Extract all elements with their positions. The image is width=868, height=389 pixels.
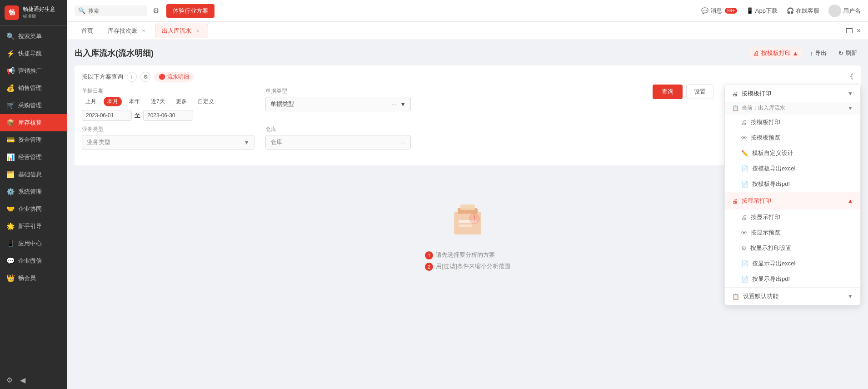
display-export-excel-label: 按显示导出excel [752,259,795,268]
date-from-input[interactable] [82,110,132,121]
tab-home[interactable]: 首页 [75,24,100,38]
close-window-icon[interactable]: × [857,27,861,35]
print-template-button[interactable]: 🖨 按模板打印 ▲ [750,47,802,59]
display-export-pdf-item[interactable]: 📄 按显示导出pdf [725,271,860,287]
sidebar-label-system: 系统管理 [18,188,42,196]
template-section-chevron: ▼ [848,90,853,97]
sidebar-item-search[interactable]: 🔍搜索菜单 [0,28,67,45]
biz-type-select[interactable]: 业务类型 ▼ [82,135,254,150]
sidebar-logo: 畅 畅捷通好生意 标准版 [0,0,67,26]
filter-setting-button[interactable]: ⚙ [140,72,150,82]
set-default-item[interactable]: 📋 设置默认功能 ▼ [725,287,860,305]
date-input-row: 至 [82,110,254,121]
display-export-excel-item[interactable]: 📄 按显示导出excel [725,256,860,271]
settings-button[interactable]: 设置 [686,85,713,99]
svg-text:!: ! [474,214,475,222]
trial-button[interactable]: 体验行业方案 [166,4,215,18]
page-actions: 🖨 按模板打印 ▲ ↑ 导出 ↻ 刷新 [750,47,861,59]
template-export-excel-item[interactable]: 📄 按模板导出excel [725,161,860,176]
date-to-input[interactable] [143,110,193,121]
svg-rect-2 [460,204,475,210]
date-last7[interactable]: 近7天 [147,97,169,106]
logo-sub: 标准版 [23,13,55,20]
sidebar-item-sales[interactable]: 💰销售管理 [0,80,67,97]
template-design-item[interactable]: ✏️ 模板自定义设计 [725,145,860,161]
sidebar-item-inventory[interactable]: 📦库存核算 [0,114,67,131]
sidebar-item-shortcut[interactable]: ⚡快捷导航 [0,45,67,62]
warehouse-placeholder: 仓库 [270,138,282,146]
template-print-header[interactable]: 🖨 按模板打印 ▼ [725,85,860,102]
empty-steps: 1 请先选择要分析的方案 2 用[过滤]条件来缩小分析范围 [425,251,510,274]
template-print-item[interactable]: 🖨 按模板打印 [725,115,860,130]
display-print-item[interactable]: 🖨 按显示打印 [725,209,860,225]
sidebar-icon-purchase: 🛒 [6,101,15,110]
message-icon: 💬 [701,7,708,14]
refresh-button[interactable]: ↻ 刷新 [835,47,861,59]
date-custom[interactable]: 自定义 [194,97,218,106]
search-input[interactable] [88,8,144,14]
tab-inventory-batch[interactable]: 库存批次账 × [101,24,154,38]
template-print-item-label: 按模板打印 [751,118,780,126]
sidebar-item-operation[interactable]: 📊经营管理 [0,149,67,166]
step-1-text: 请先选择要分析的方案 [436,251,495,259]
display-export-pdf-label: 按显示导出pdf [752,275,790,283]
sidebar-icon-basic: 🗂️ [6,170,15,179]
user-avatar[interactable]: 用户名 [828,5,861,17]
sidebar: 畅 畅捷通好生意 标准版 🔍搜索菜单⚡快捷导航📢营销推广💰销售管理🛒采购管理📦库… [0,0,67,389]
sidebar-item-marketing[interactable]: 📢营销推广 [0,62,67,80]
online-service-button[interactable]: 🎧 在线客服 [787,7,819,15]
sidebar-icon-search: 🔍 [6,32,15,40]
tab-inventory-batch-close[interactable]: × [140,27,147,35]
template-export-pdf-item[interactable]: 📄 按模板导出pdf [725,176,860,192]
query-button[interactable]: 查询 [653,85,683,99]
biz-type-placeholder: 业务类型 [87,138,110,146]
sidebar-item-collab[interactable]: 🤝企业协同 [0,200,67,218]
date-curr-month[interactable]: 本月 [104,97,122,106]
sidebar-icon-collab: 🤝 [6,205,15,213]
display-print-settings-item[interactable]: ⚙ 按显示打印设置 [725,240,860,256]
gear-icon[interactable]: ⚙ [153,6,159,15]
tab-inout-flow[interactable]: 出入库流水 × [155,24,208,38]
sidebar-nav: 🔍搜索菜单⚡快捷导航📢营销推广💰销售管理🛒采购管理📦库存核算💳资金管理📊经营管理… [0,26,67,371]
query-action-area: 查询 设置 [653,85,713,99]
refresh-icon: ↻ [838,50,843,57]
set-default-label: 设置默认功能 [743,292,778,300]
tab-inout-flow-label: 出入库流水 [162,27,191,35]
date-prev-month[interactable]: 上月 [82,97,100,106]
app-download-button[interactable]: 📱 App下载 [746,7,778,15]
display-preview-item[interactable]: 👁 按显示预览 [725,225,860,240]
online-service-label: 在线客服 [796,7,819,15]
sidebar-item-wechat[interactable]: 💬企业微信 [0,252,67,269]
warehouse-select[interactable]: 仓库 ··· [265,135,411,150]
sidebar-item-system[interactable]: ⚙️系统管理 [0,183,67,200]
sidebar-item-guide[interactable]: 🌟新手引导 [0,218,67,235]
sidebar-item-appCenter[interactable]: 📱应用中心 [0,235,67,252]
type-select[interactable]: 单据类型 ··· ▼ [265,97,411,111]
sidebar-item-member[interactable]: 👑畅会员 [0,269,67,287]
sidebar-label-search: 搜索菜单 [18,32,42,40]
tab-inout-flow-close[interactable]: × [194,27,201,35]
export-button[interactable]: ↑ 导出 [807,47,831,59]
sidebar-bottom: ⚙ ◀ [0,371,67,389]
date-curr-year[interactable]: 本年 [125,97,144,106]
display-preview-label: 按显示预览 [751,229,780,237]
message-button[interactable]: 💬 消息 99+ [701,7,737,15]
template-preview-item[interactable]: 👁 按模板预览 [725,130,860,145]
date-more[interactable]: 更多 [172,97,190,106]
filter-add-button[interactable]: + [127,72,137,82]
warehouse-more-icon: ··· [401,139,406,146]
message-label: 消息 [710,7,722,15]
export-label: 导出 [815,49,827,57]
sidebar-item-purchase[interactable]: 🛒采购管理 [0,97,67,114]
display-print-header[interactable]: 🖨 按显示打印 ▲ [725,192,860,209]
sidebar-item-basic[interactable]: 🗂️基础信息 [0,166,67,183]
template-design-label: 模板自定义设计 [752,149,793,157]
filter-collapse-icon[interactable]: 《 [846,72,853,82]
collapse-sidebar-icon[interactable]: ◀ [20,376,25,384]
sidebar-item-finance[interactable]: 💳资金管理 [0,131,67,149]
phone-icon: 📱 [746,7,753,14]
restore-window-icon[interactable]: 🗖 [846,27,853,35]
settings-icon[interactable]: ⚙ [6,376,13,384]
topbar-search-box[interactable]: 🔍 [75,5,147,16]
current-template-icon: 📋 [732,105,739,111]
